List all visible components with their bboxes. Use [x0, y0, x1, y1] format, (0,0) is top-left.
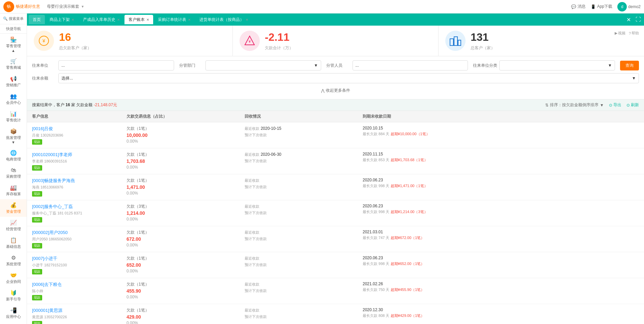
- client-name-3[interactable]: [0002]服务中心_丁磊: [32, 204, 127, 210]
- tab-purchase-stat-by-goods[interactable]: 进货单统计表（按商品） ✕: [195, 15, 252, 24]
- video-label: 视频: [618, 31, 625, 36]
- tab-production-history-close[interactable]: ✕: [117, 18, 120, 22]
- export-btn[interactable]: ⊙ 导出: [609, 102, 621, 108]
- help-btn[interactable]: ? 帮助: [629, 31, 639, 36]
- debt-amount-1[interactable]: 1,703.68: [127, 158, 245, 164]
- table-row: [0016]吕俊 吕俊 13026203696 现款 欠款（1笔） 10,000…: [27, 122, 644, 148]
- filter-unit-classify: 往来单位分类 ▼: [473, 60, 615, 70]
- enterprise-collab-icon: 🤝: [10, 272, 17, 278]
- user-avatar[interactable]: d demo2: [617, 2, 641, 11]
- client-name-5[interactable]: [0007]小进千: [32, 256, 127, 262]
- client-name-7[interactable]: [000001]黄思源: [32, 307, 127, 314]
- tab-purchase-order-stat-close[interactable]: ✕: [188, 18, 191, 22]
- tab-customer-account-close[interactable]: ✕: [146, 18, 149, 22]
- dept-input[interactable]: ▼: [205, 60, 321, 70]
- due-date-0: 2020.10.15: [363, 126, 639, 130]
- overdue-link-7[interactable]: 超期¥429.00（1笔）: [391, 314, 425, 318]
- tab-production-history-label: 产成品入库单历史: [83, 17, 115, 23]
- collapse-up-icon: ⋀: [321, 88, 325, 93]
- sidebar-quick-nav[interactable]: 快捷导航: [0, 24, 27, 34]
- sidebar-item-system-mgmt[interactable]: ⚙ 系统管理: [0, 252, 27, 269]
- client-name-1[interactable]: [0001020001]李老师: [32, 152, 127, 158]
- tab-production-history[interactable]: 产成品入库单历史 ✕: [79, 15, 124, 24]
- debt-percent-1: 0.00%: [127, 165, 245, 170]
- debt-amount-6[interactable]: 455.90: [127, 288, 245, 294]
- sidebar-item-app-center[interactable]: 📲 应用中心: [0, 304, 27, 322]
- sidebar-item-basic-info[interactable]: 📋 基础信息: [0, 234, 27, 252]
- sidebar-item-finance[interactable]: 💰 资金管理: [0, 199, 27, 217]
- balance-placeholder: 选择...: [61, 76, 73, 81]
- search-button[interactable]: 查询: [620, 61, 639, 70]
- sort-icon: ⇅: [545, 103, 549, 108]
- overdue-link-6[interactable]: 超期¥455.90（1笔）: [391, 288, 425, 292]
- table-row: [0006]去下粮仓 陈小帅 现款 欠款（1笔） 455.90 0.00% 最近…: [27, 278, 644, 304]
- sidebar-search[interactable]: 🔍 搜索菜单: [0, 13, 27, 24]
- debt-amount-5[interactable]: 652.00: [127, 262, 245, 268]
- tab-goods-offshelf-label: 商品上下架: [50, 17, 70, 23]
- date-info-0: 2020.10.15 最长欠款 884 天 超期¥10,000.00（1笔）: [363, 126, 639, 145]
- debt-percent-2: 0.00%: [127, 191, 245, 196]
- sidebar-item-retail-stat[interactable]: 📊 零售统计: [0, 108, 27, 125]
- tab-purchase-stat-by-goods-close[interactable]: ✕: [246, 18, 248, 22]
- sidebar-item-enterprise-wechat[interactable]: 💬 企业微信: [0, 322, 27, 324]
- collapse-label: 收起更多条件: [326, 88, 350, 93]
- overdue-link-1[interactable]: 超期¥1,703.68（1笔）: [391, 158, 428, 162]
- client-phone-0: 吕俊 13026203696: [32, 133, 127, 138]
- sidebar-item-retail-mgmt[interactable]: 🏪 零售管理 ▲: [0, 34, 27, 55]
- video-btn[interactable]: ▶ 视频: [615, 31, 625, 36]
- sidebar-item-member-center[interactable]: 👥 会员中心: [0, 90, 27, 108]
- tab-goods-offshelf[interactable]: 商品上下架 ✕: [46, 15, 78, 24]
- col-header-date: 到期未收款日期: [363, 114, 639, 119]
- sidebar-item-inventory[interactable]: 🏭 库存核算: [0, 182, 27, 199]
- next-payment-1: 预计下次收款: [245, 158, 363, 164]
- debt-info-1: 欠款（1笔） 1,703.68 0.00%: [127, 152, 245, 171]
- client-name-6[interactable]: [0006]去下粮仓: [32, 282, 127, 288]
- sidebar-item-ecommerce[interactable]: 🌐 电商管理: [0, 147, 27, 165]
- source-unit-input[interactable]: ...: [58, 60, 174, 70]
- main-layout: 🔍 搜索菜单 快捷导航 🏪 零售管理 ▲ 🛒 零售商城 📢 营销推广 👥: [0, 13, 644, 324]
- tab-goods-offshelf-close[interactable]: ✕: [72, 18, 74, 22]
- sidebar-item-enterprise-collab[interactable]: 🤝 企业协同: [0, 269, 27, 287]
- overdue-link-3[interactable]: 超期¥1,214.00（3笔）: [391, 210, 428, 214]
- app-download-btn[interactable]: 📱 App下载: [591, 4, 612, 9]
- client-name-0[interactable]: [0016]吕俊: [32, 126, 127, 132]
- tab-expand-btn[interactable]: ⛶: [634, 16, 642, 24]
- sidebar-item-newbie[interactable]: 🔰 新手引导: [0, 287, 27, 304]
- overdue-link-2[interactable]: 超期¥1,471.00（1笔）: [391, 184, 428, 188]
- tab-bar: 首页 商品上下架 ✕ 产成品入库单历史 ✕ 客户账本 ✕ 采购订单统计表 ✕: [27, 13, 644, 26]
- sidebar-item-batch-mgmt[interactable]: 📦 批发管理 ▼: [0, 125, 27, 147]
- person-input[interactable]: ...: [353, 60, 468, 70]
- sidebar-item-retail-mall[interactable]: 🛒 零售商城: [0, 55, 27, 73]
- collapse-bar[interactable]: ⋀ 收起更多条件: [32, 86, 639, 95]
- sort-select[interactable]: ⇅ 排序：按欠款金额倒序排序 ▼: [545, 102, 604, 108]
- search-label: 搜索菜单: [9, 17, 24, 21]
- balance-input[interactable]: 选择... ▼: [58, 73, 639, 83]
- debt-percent-4: 0.00%: [127, 243, 245, 247]
- debt-amount-4[interactable]: 672.00: [127, 236, 245, 242]
- tab-home[interactable]: 首页: [29, 15, 45, 24]
- sidebar-item-ops-mgmt[interactable]: 📈 经营管理: [0, 217, 27, 234]
- company-selector[interactable]: 母婴行业演示账套 ▼: [47, 4, 84, 9]
- tab-close-all-btn[interactable]: ✕: [624, 16, 633, 24]
- sidebar-item-marketing[interactable]: 📢 营销推广: [0, 73, 27, 90]
- tab-customer-account[interactable]: 客户账本 ✕: [124, 15, 153, 24]
- tab-purchase-order-stat[interactable]: 采购订单统计表 ✕: [154, 15, 195, 24]
- refresh-btn[interactable]: ⊙ 刷新: [626, 102, 639, 108]
- client-name-4[interactable]: [000002]用户2050: [32, 230, 127, 236]
- client-name-2[interactable]: [0003]畅捷服务尹海燕: [32, 178, 127, 184]
- unit-classify-input[interactable]: ▼: [499, 60, 615, 70]
- app-download-icon: 📱: [591, 4, 596, 9]
- sidebar-item-purchase-mgmt[interactable]: 🛍 采购管理: [0, 165, 27, 182]
- client-info-7: [000001]黄思源 黄思源 13552700226 现款: [32, 307, 127, 324]
- overdue-link-5[interactable]: 超期¥652.00（1笔）: [391, 262, 425, 266]
- basic-info-icon: 📋: [10, 237, 17, 243]
- overdue-link-4[interactable]: 超期¥672.00（1笔）: [391, 236, 425, 240]
- message-btn[interactable]: 💬 消息: [571, 4, 586, 9]
- debt-count-4: 欠款（1笔）: [127, 230, 245, 235]
- debt-amount-3[interactable]: 1,214.00: [127, 210, 245, 216]
- overdue-link-0[interactable]: 超期¥10,000.00（1笔）: [391, 132, 430, 136]
- debt-amount-7[interactable]: 429.00: [127, 314, 245, 320]
- debt-amount-2[interactable]: 1,471.00: [127, 184, 245, 190]
- client-tag-1: 现款: [32, 165, 42, 171]
- debt-amount-0[interactable]: 10,000.00: [127, 132, 245, 138]
